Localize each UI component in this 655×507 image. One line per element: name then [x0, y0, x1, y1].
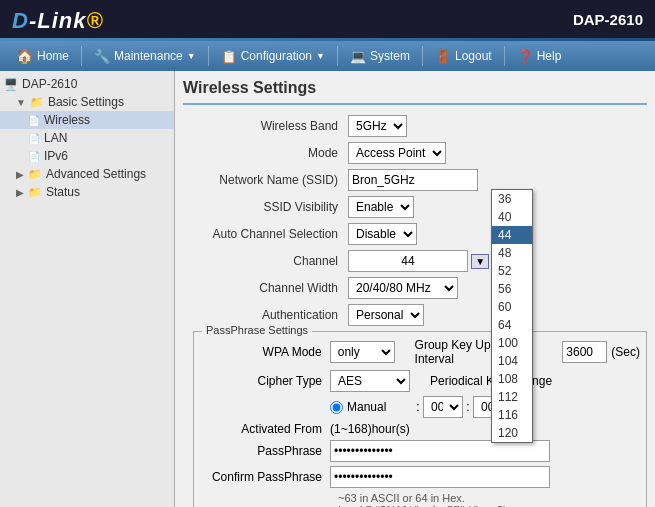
passphrase-box: PassPhrase Settings WPA Mode only Group … [193, 331, 647, 507]
channel-option-36[interactable]: 36 [492, 190, 532, 208]
channel-width-select[interactable]: 20/40/80 MHz [348, 277, 458, 299]
manual-row: Manual : 00 : 00 [200, 396, 640, 418]
nav-maintenance-label: Maintenance [114, 49, 183, 63]
channel-option-60[interactable]: 60 [492, 298, 532, 316]
sidebar-status-label: Status [46, 185, 80, 199]
channel-option-112[interactable]: 112 [492, 388, 532, 406]
ssid-label: Network Name (SSID) [183, 173, 348, 187]
passphrase-input[interactable] [330, 440, 550, 462]
mode-control: Access Point [348, 142, 647, 164]
cipher-type-label: Cipher Type [200, 374, 330, 388]
sidebar-item-advanced-settings[interactable]: ▶ 📁 Advanced Settings [0, 165, 174, 183]
activated-from-label: Activated From [200, 422, 330, 436]
content-area: Wireless Settings Wireless Band 5GHz Mod… [175, 71, 655, 507]
passphrase-field-label: PassPhrase [200, 444, 330, 458]
sidebar-item-wireless[interactable]: 📄 Wireless [0, 111, 174, 129]
logout-icon: 🚪 [435, 49, 451, 64]
nav-maintenance[interactable]: 🔧 Maintenance ▼ [82, 41, 208, 71]
expand-icon-advanced: ▶ [16, 169, 24, 180]
sidebar-ipv6-label: IPv6 [44, 149, 68, 163]
nav-help[interactable]: ❓ Help [505, 41, 574, 71]
passphrase-row: PassPhrase [200, 440, 640, 462]
auto-channel-select[interactable]: Disable [348, 223, 417, 245]
channel-option-56[interactable]: 56 [492, 280, 532, 298]
channel-width-label: Channel Width [183, 281, 348, 295]
mode-select[interactable]: Access Point [348, 142, 446, 164]
settings-table: Wireless Band 5GHz Mode Access Point [183, 115, 647, 507]
group-key-label: Group Key Update Interval [415, 338, 557, 366]
channel-option-120[interactable]: 120 [492, 424, 532, 442]
channel-option-52[interactable]: 52 [492, 262, 532, 280]
sidebar-item-status[interactable]: ▶ 📁 Status [0, 183, 174, 201]
hint-text: ~63 in ASCII or 64 in Hex. [338, 492, 465, 504]
sidebar-lan-label: LAN [44, 131, 67, 145]
ssid-visibility-label: SSID Visibility [183, 200, 348, 214]
system-icon: 💻 [350, 49, 366, 64]
nav-system-label: System [370, 49, 410, 63]
wpa-mode-select[interactable]: only [330, 341, 395, 363]
config-icon: 📋 [221, 49, 237, 64]
nav-logout[interactable]: 🚪 Logout [423, 41, 504, 71]
authentication-select[interactable]: Personal [348, 304, 424, 326]
sidebar-wireless-label: Wireless [44, 113, 90, 127]
nav-configuration[interactable]: 📋 Configuration ▼ [209, 41, 337, 71]
nav-home[interactable]: 🏠 Home [4, 41, 81, 71]
wireless-band-row: Wireless Band 5GHz [183, 115, 647, 137]
channel-row: Channel ▼ [183, 250, 647, 272]
group-key-input[interactable] [562, 341, 607, 363]
status-icon: 📁 [28, 186, 42, 199]
home-icon: 🏠 [16, 48, 33, 64]
channel-option-40[interactable]: 40 [492, 208, 532, 226]
channel-option-64[interactable]: 64 [492, 316, 532, 334]
manual-radio[interactable] [330, 401, 343, 414]
wireless-band-select[interactable]: 5GHz [348, 115, 407, 137]
expand-icon-status: ▶ [16, 187, 24, 198]
confirm-passphrase-row: Confirm PassPhrase [200, 466, 640, 488]
dropdown-arrow-icon[interactable]: ▼ [471, 254, 489, 269]
sidebar-item-ipv6[interactable]: 📄 IPv6 [0, 147, 174, 165]
config-arrow-icon: ▼ [316, 51, 325, 61]
sidebar-item-root[interactable]: 🖥️ DAP-2610 [0, 75, 174, 93]
ssid-visibility-select[interactable]: Enable [348, 196, 414, 218]
wireless-band-label: Wireless Band [183, 119, 348, 133]
wpa-mode-label: WPA Mode [200, 345, 330, 359]
channel-option-48[interactable]: 48 [492, 244, 532, 262]
maintenance-icon: 🔧 [94, 49, 110, 64]
sidebar-item-lan[interactable]: 📄 LAN [0, 129, 174, 147]
sidebar-advanced-settings-label: Advanced Settings [46, 167, 146, 181]
ssid-row: Network Name (SSID) [183, 169, 647, 191]
channel-dropdown: 36 40 44 48 52 56 60 64 100 104 108 112 … [491, 189, 533, 443]
header: D-Link® DAP-2610 [0, 0, 655, 38]
channel-option-100[interactable]: 100 [492, 334, 532, 352]
activated-row: Activated From (1~168)hour(s) [200, 422, 640, 436]
root-icon: 🖥️ [4, 78, 18, 91]
confirm-passphrase-input[interactable] [330, 466, 550, 488]
help-icon: ❓ [517, 49, 533, 64]
mode-row: Mode Access Point [183, 142, 647, 164]
main-layout: 🖥️ DAP-2610 ▼ 📁 Basic Settings 📄 Wireles… [0, 71, 655, 507]
channel-option-108[interactable]: 108 [492, 370, 532, 388]
page-title: Wireless Settings [183, 79, 647, 105]
ssid-control [348, 169, 647, 191]
nav-help-label: Help [537, 49, 562, 63]
channel-input[interactable] [348, 250, 468, 272]
confirm-passphrase-label: Confirm PassPhrase [200, 470, 330, 484]
sidebar: 🖥️ DAP-2610 ▼ 📁 Basic Settings 📄 Wireles… [0, 71, 175, 507]
channel-option-116[interactable]: 116 [492, 406, 532, 424]
basic-settings-icon: 📁 [30, 96, 44, 109]
ssid-input[interactable] [348, 169, 478, 191]
sidebar-basic-settings-label: Basic Settings [48, 95, 124, 109]
channel-option-44[interactable]: 44 [492, 226, 532, 244]
hint-row: ~63 in ASCII or 64 in Hex. !-z,~!@#$%^&*… [338, 492, 640, 507]
authentication-row: Authentication Personal [183, 304, 647, 326]
nav-system[interactable]: 💻 System [338, 41, 422, 71]
channel-option-104[interactable]: 104 [492, 352, 532, 370]
authentication-label: Authentication [183, 308, 348, 322]
time-from-select1[interactable]: 00 [423, 396, 463, 418]
sidebar-item-basic-settings[interactable]: ▼ 📁 Basic Settings [0, 93, 174, 111]
ipv6-icon: 📄 [28, 151, 40, 162]
cipher-type-select[interactable]: AES [330, 370, 410, 392]
nav-home-label: Home [37, 49, 69, 63]
expand-icon-basic: ▼ [16, 97, 26, 108]
model-label: DAP-2610 [573, 11, 643, 28]
